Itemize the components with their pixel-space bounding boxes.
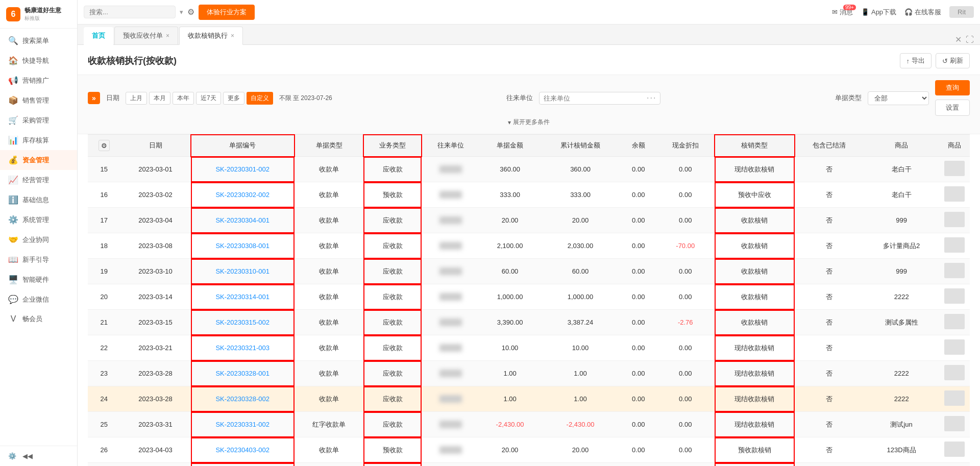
sidebar-item-finance[interactable]: 💰 资金管理	[0, 150, 77, 170]
cell-verified: 3,387.24	[540, 310, 620, 335]
cell-biz-type: 应收款	[363, 412, 422, 437]
wechat-icon: 💬	[8, 295, 18, 304]
sidebar-item-purchase[interactable]: 🛒 采购管理	[0, 110, 77, 130]
sidebar-item-base-info[interactable]: ℹ️ 基础信息	[0, 190, 77, 210]
bill-no-link[interactable]: SK-20230314-001	[215, 293, 270, 301]
cell-unit: XXXXX	[422, 208, 480, 233]
sidebar-item-management[interactable]: 📈 经营管理	[0, 170, 77, 190]
table-row: 25 2023-03-31 SK-20230331-002 红字收款单 应收款 …	[88, 412, 970, 437]
tab-prepay-close-icon[interactable]: ×	[166, 32, 169, 39]
7days-button[interactable]: 近7天	[196, 92, 221, 105]
finance-icon: 💰	[8, 155, 18, 165]
tab-prepay[interactable]: 预收应收付单 ×	[114, 27, 178, 44]
bill-no-link[interactable]: SK-20230302-002	[215, 191, 270, 199]
cell-no: 23	[88, 361, 120, 386]
sidebar-item-guide[interactable]: 📖 新手引导	[0, 250, 77, 269]
bill-no-link[interactable]: SK-20230328-002	[215, 395, 270, 403]
sidebar-item-search[interactable]: 🔍 搜索菜单	[0, 31, 77, 51]
settings-button[interactable]: 设置	[935, 100, 970, 116]
cell-verified: -2,430.00	[540, 412, 620, 437]
bill-no-link[interactable]: SK-20230304-001	[215, 216, 270, 224]
online-service-button[interactable]: 🎧 在线客服	[904, 8, 941, 17]
sidebar-item-collab[interactable]: 🤝 企业协同	[0, 230, 77, 250]
bill-no-link[interactable]: SK-20230310-001	[215, 267, 270, 275]
voucher-type-select[interactable]: 全部 收款单 红字收款单	[868, 91, 929, 105]
cell-verified: 20.00	[540, 437, 620, 463]
cell-biz-type: 应收款	[363, 157, 422, 182]
refresh-button[interactable]: ↺ 刷新	[936, 53, 970, 68]
bill-no-link[interactable]: SK-20230403-002	[215, 446, 270, 454]
app-logo-icon: 6	[6, 7, 20, 21]
cell-goods2	[939, 361, 970, 386]
search-menu-icon: 🔍	[8, 36, 18, 45]
cell-balance: 0.00	[621, 437, 656, 463]
topbar-search-input[interactable]	[84, 6, 176, 18]
cell-balance: 0.00	[621, 233, 656, 259]
bill-no-link[interactable]: SK-20230301-002	[215, 165, 270, 173]
column-settings-icon[interactable]: ⚙	[99, 140, 110, 151]
user-avatar[interactable]: Rit	[949, 6, 974, 18]
sidebar-item-hardware[interactable]: 🖥️ 智能硬件	[0, 269, 77, 289]
cell-verified: 20.00	[540, 208, 620, 233]
expand-more-label: 展开更多条件	[513, 118, 550, 127]
unit-search-dots[interactable]: ···	[647, 93, 656, 103]
sidebar-item-vip[interactable]: V 畅会员	[0, 309, 77, 329]
tab-close-all-icon[interactable]: ✕	[955, 35, 962, 44]
cell-included: 否	[795, 335, 864, 361]
tabbar-right-controls: ✕ ⛶	[955, 35, 980, 44]
tab-home[interactable]: 首页	[84, 27, 113, 45]
cell-biz-type: 应收款	[363, 361, 422, 386]
bill-no-link[interactable]: SK-20230308-001	[215, 242, 270, 250]
this-month-button[interactable]: 本月	[149, 92, 170, 105]
query-button[interactable]: 查询	[935, 80, 970, 95]
bill-no-link[interactable]: SK-20230328-001	[215, 370, 270, 377]
settings-bottom-icon[interactable]: ⚙️	[8, 452, 16, 460]
sidebar: 6 畅康道好生意 标推版 🔍 搜索菜单 🏠 快捷导航 📢 营销推广 📦 销售管理…	[0, 0, 78, 466]
tab-maximize-icon[interactable]: ⛶	[966, 35, 974, 44]
cell-included: 否	[795, 310, 864, 335]
cell-goods1: 2222	[864, 361, 939, 386]
cell-amount: 60.00	[480, 259, 541, 284]
this-year-button[interactable]: 本年	[173, 92, 194, 105]
message-button[interactable]: ✉ 消息 99+	[832, 8, 853, 17]
cell-goods1: 2222	[864, 284, 939, 310]
cell-balance: 0.00	[621, 412, 656, 437]
industry-solution-button[interactable]: 体验行业方案	[199, 5, 255, 20]
collapse-icon[interactable]: ◀◀	[22, 452, 33, 460]
page-header: 收款核销执行(按收款) ↑ 导出 ↺ 刷新	[78, 45, 980, 75]
cell-unit: XXXXX	[422, 361, 480, 386]
date-filter-label: 日期	[106, 93, 119, 103]
cell-unit: XXXXX	[422, 157, 480, 182]
tab-collection[interactable]: 收款核销执行 ×	[179, 27, 243, 45]
bill-no-link[interactable]: SK-20230321-003	[215, 344, 270, 352]
bill-no-link[interactable]: SK-20230331-002	[215, 421, 270, 428]
unit-search-input[interactable]	[539, 92, 660, 105]
cell-bill-type: 收款单	[295, 284, 363, 310]
expand-more-row[interactable]: ▾ 展开更多条件	[88, 116, 970, 129]
cell-date: 2023-03-08	[120, 233, 191, 259]
cell-goods2	[939, 259, 970, 284]
export-button[interactable]: ↑ 导出	[900, 53, 932, 68]
custom-date-button[interactable]: 自定义	[247, 92, 273, 105]
cell-discount: 0.00	[656, 157, 715, 182]
sidebar-item-marketing[interactable]: 📢 营销推广	[0, 70, 77, 90]
sidebar-item-system[interactable]: ⚙️ 系统管理	[0, 210, 77, 230]
cell-balance: 0.00	[621, 386, 656, 412]
tab-collection-close-icon[interactable]: ×	[231, 32, 234, 39]
cell-discount: 0.00	[656, 208, 715, 233]
topbar-gear-icon[interactable]: ⚙	[187, 7, 194, 17]
last-month-button[interactable]: 上月	[126, 92, 147, 105]
sidebar-item-quick-nav[interactable]: 🏠 快捷导航	[0, 51, 77, 70]
sidebar-item-wechat[interactable]: 💬 企业微信	[0, 289, 77, 309]
sidebar-item-sales[interactable]: 📦 销售管理	[0, 90, 77, 110]
page-title: 收款核销执行(按收款)	[88, 55, 177, 67]
topbar-dropdown-arrow[interactable]: ▾	[180, 8, 183, 16]
table-row: 21 2023-03-15 SK-20230315-002 收款单 应收款 XX…	[88, 310, 970, 335]
app-download-button[interactable]: 📱 App下载	[861, 8, 896, 17]
sidebar-item-inventory[interactable]: 📊 库存核算	[0, 130, 77, 150]
bill-no-link[interactable]: SK-20230315-002	[215, 318, 270, 326]
filter-expand-button[interactable]: »	[88, 92, 100, 104]
cell-goods1: 多计量商品2	[864, 233, 939, 259]
cell-bill-no: SK-20230328-002	[191, 386, 295, 412]
more-date-button[interactable]: 更多	[223, 92, 244, 105]
